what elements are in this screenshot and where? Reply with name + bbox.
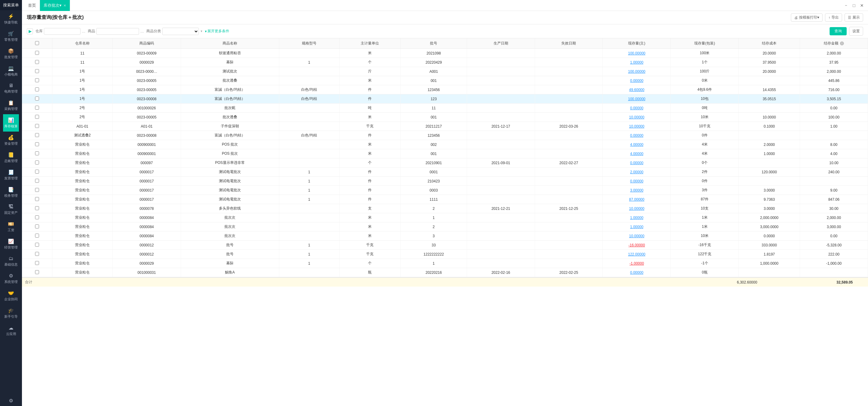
sidebar-item-税务管理[interactable]: 📑 税务管理 <box>3 184 19 201</box>
cell-qty-main[interactable]: 0.00000 <box>603 268 671 277</box>
row-checkbox-cell[interactable] <box>22 222 52 232</box>
row-checkbox-cell[interactable] <box>22 104 52 113</box>
qty-link[interactable]: 10.00000 <box>629 234 644 238</box>
sidebar-item-工资[interactable]: 💴 工资 <box>3 218 19 235</box>
row-checkbox[interactable] <box>35 51 39 55</box>
sidebar-item-零售管理[interactable]: 🛒 零售管理 <box>3 28 19 45</box>
qty-link[interactable]: 100.00000 <box>628 51 645 56</box>
cell-qty-main[interactable]: 0.00000 <box>603 158 671 168</box>
row-checkbox[interactable] <box>35 225 39 229</box>
sidebar-item-经营管理[interactable]: 📈 经营管理 <box>3 235 19 253</box>
tab-close-btn[interactable]: ✕ <box>63 0 66 11</box>
row-checkbox-cell[interactable] <box>22 259 52 268</box>
row-checkbox-cell[interactable] <box>22 85 52 94</box>
row-checkbox-cell[interactable] <box>22 94 52 104</box>
cell-qty-main[interactable]: 2.00000 <box>603 168 671 177</box>
row-checkbox-cell[interactable] <box>22 204 52 213</box>
sidebar-item-企业协同[interactable]: 🤝 企业协同 <box>3 287 19 305</box>
sidebar-search[interactable]: 搜索菜单 <box>0 0 22 10</box>
maximize-btn[interactable]: □ <box>850 2 858 9</box>
more-conditions-btn[interactable]: ▾ 展开更多条件 <box>205 29 229 34</box>
category-select[interactable] <box>162 28 199 35</box>
warehouse-input[interactable] <box>44 28 81 35</box>
cell-qty-main[interactable]: 0.00000 <box>603 104 671 113</box>
row-checkbox-cell[interactable] <box>22 76 52 85</box>
row-checkbox-cell[interactable] <box>22 58 52 67</box>
row-checkbox-cell[interactable] <box>22 186 52 195</box>
cell-qty-main[interactable]: 10.00000 <box>603 232 671 241</box>
row-checkbox[interactable] <box>35 161 39 165</box>
cell-qty-main[interactable]: 100.00000 <box>603 67 671 76</box>
print-btn[interactable]: 🖨 按模板打印▾ <box>791 13 823 22</box>
sidebar-item-云应用[interactable]: ☁ 云应用 <box>3 322 19 339</box>
cell-qty-main[interactable]: 4.00000 <box>603 149 671 158</box>
cell-qty-main[interactable]: 1.00000 <box>603 58 671 67</box>
cell-qty-main[interactable]: 100.00000 <box>603 49 671 58</box>
row-checkbox[interactable] <box>35 270 39 274</box>
qty-link[interactable]: 0.00000 <box>630 78 643 83</box>
row-checkbox-cell[interactable] <box>22 250 52 259</box>
qty-link[interactable]: 4.00000 <box>630 152 643 156</box>
qty-link[interactable]: 1.00000 <box>630 60 643 65</box>
row-checkbox-cell[interactable] <box>22 232 52 241</box>
row-checkbox-cell[interactable] <box>22 168 52 177</box>
qty-link[interactable]: 0.00000 <box>630 106 643 110</box>
row-checkbox-cell[interactable] <box>22 158 52 168</box>
row-checkbox[interactable] <box>35 188 39 192</box>
cell-qty-main[interactable]: 49.60000 <box>603 85 671 94</box>
row-checkbox[interactable] <box>35 60 39 64</box>
row-checkbox[interactable] <box>35 133 39 137</box>
qty-link[interactable]: 100.00000 <box>628 69 645 74</box>
row-checkbox-cell[interactable] <box>22 177 52 186</box>
cell-qty-main[interactable]: 10.00000 <box>603 122 671 131</box>
cell-qty-main[interactable]: 0.00000 <box>603 177 671 186</box>
row-checkbox[interactable] <box>35 78 39 82</box>
qty-link[interactable]: 10.00000 <box>629 206 644 211</box>
qty-link[interactable]: 10.00000 <box>629 115 644 120</box>
row-checkbox[interactable] <box>35 252 39 256</box>
sidebar-item-系统管理[interactable]: ⚙ 系统管理 <box>3 270 19 287</box>
tab-inventory-batch[interactable]: 库存批次▾ ✕ <box>40 0 70 11</box>
row-checkbox[interactable] <box>35 179 39 183</box>
row-checkbox-cell[interactable] <box>22 113 52 122</box>
qty-link[interactable]: -1.00000 <box>629 261 644 266</box>
qty-link[interactable]: 49.60000 <box>629 88 644 92</box>
close-btn[interactable]: ✕ <box>858 2 866 9</box>
row-checkbox-cell[interactable] <box>22 67 52 76</box>
cell-qty-main[interactable]: 100.00000 <box>603 94 671 104</box>
qty-link[interactable]: 0.00000 <box>630 179 643 183</box>
row-checkbox-cell[interactable] <box>22 122 52 131</box>
sidebar-item-批发管理[interactable]: 📦 批发管理 <box>3 45 19 62</box>
amount-info-icon[interactable]: i <box>840 41 844 45</box>
sidebar-item-资金管理[interactable]: 💰 资金管理 <box>3 132 19 149</box>
cell-qty-main[interactable]: 10.00000 <box>603 204 671 213</box>
cell-qty-main[interactable]: 0.00000 <box>603 76 671 85</box>
row-checkbox[interactable] <box>35 88 39 91</box>
sidebar-settings-btn[interactable]: ⚙ <box>0 395 22 406</box>
select-all-checkbox[interactable] <box>35 41 39 45</box>
qty-link[interactable]: 4.00000 <box>630 142 643 147</box>
search-btn[interactable]: 查询 <box>830 27 847 35</box>
sidebar-item-发票管理[interactable]: 🧾 发票管理 <box>3 166 19 184</box>
row-checkbox-cell[interactable] <box>22 241 52 250</box>
row-checkbox[interactable] <box>35 106 39 110</box>
row-checkbox[interactable] <box>35 206 39 210</box>
row-checkbox-cell[interactable] <box>22 149 52 158</box>
filter-expand-btn[interactable]: ▶ <box>27 28 33 34</box>
sidebar-item-新手引导[interactable]: 🎓 新手引导 <box>3 305 19 322</box>
sidebar-item-固定资产[interactable]: 🏗 固定资产 <box>3 201 19 218</box>
cell-qty-main[interactable]: 1.00000 <box>603 213 671 222</box>
qty-link[interactable]: 10.00000 <box>629 124 644 129</box>
row-checkbox[interactable] <box>35 197 39 201</box>
sidebar-item-库存核算[interactable]: 📊 库存核算 <box>3 114 19 132</box>
minimize-btn[interactable]: － <box>842 2 850 9</box>
row-checkbox[interactable] <box>35 215 39 219</box>
qty-link[interactable]: 0.00000 <box>630 133 643 138</box>
cell-qty-main[interactable]: 122.00000 <box>603 250 671 259</box>
row-checkbox[interactable] <box>35 115 39 119</box>
sidebar-item-采购管理[interactable]: 📋 采购管理 <box>3 97 19 114</box>
row-checkbox-cell[interactable] <box>22 195 52 204</box>
row-checkbox[interactable] <box>35 151 39 155</box>
tab-home[interactable]: 首页 <box>24 0 40 11</box>
sidebar-item-小额电商[interactable]: 💻 小额电商 <box>3 62 19 80</box>
